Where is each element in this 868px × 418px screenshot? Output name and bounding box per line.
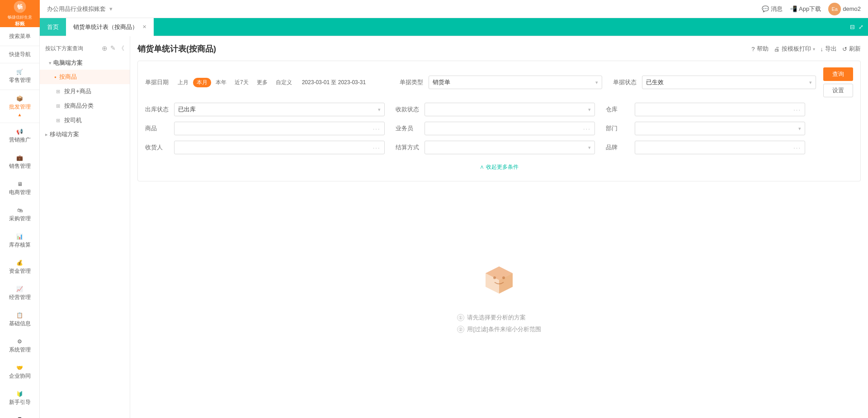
- expand-icon[interactable]: ⤢: [859, 24, 863, 30]
- settlement-chevron: ▾: [588, 145, 591, 151]
- sidebar-item-finance[interactable]: 💰 资金管理: [0, 254, 39, 280]
- filter-item-by-month-goods[interactable]: ⊞ 按月+商品: [40, 84, 130, 99]
- search-menu[interactable]: 搜索菜单: [0, 27, 39, 46]
- mobile-section-arrow: ▸: [45, 132, 48, 138]
- minimize-icon[interactable]: ⊟: [850, 24, 855, 30]
- sidebar-item-system[interactable]: ⚙ 系统管理: [0, 333, 39, 359]
- date-tab-custom[interactable]: 自定义: [272, 78, 296, 87]
- filter-panel-title: 按以下方案查询: [45, 45, 83, 52]
- app-download-button[interactable]: 📲 App下载: [790, 5, 821, 13]
- export-icon: ↓: [821, 46, 824, 52]
- field-goods: 商品 ···: [145, 122, 385, 135]
- goods-input[interactable]: ···: [174, 122, 385, 135]
- department-select[interactable]: ▾: [635, 122, 805, 135]
- warehouse-dots: ···: [793, 106, 801, 113]
- home-tab-label: 首页: [47, 23, 59, 31]
- page-breadcrumb: 办公用品行业模拟账套: [47, 5, 106, 13]
- date-tab-more[interactable]: 更多: [253, 78, 271, 87]
- svg-text:畅: 畅: [17, 4, 23, 10]
- tab-bar: 首页 销货单统计表（按商品） ✕ ⊟ ⤢: [40, 18, 868, 36]
- sidebar-item-marketing[interactable]: 📢 营销推广: [0, 123, 39, 149]
- warehouse-label: 仓库: [606, 105, 635, 114]
- sidebar-item-apps[interactable]: 📱 应用中心: [0, 412, 39, 418]
- edit-scheme-icon[interactable]: ✎: [110, 44, 116, 52]
- date-field-content: 上月 本月 本年 近7天 更多 自定义 2023-03-01 至 2023-03…: [174, 78, 389, 87]
- filter-item-by-goods[interactable]: ● 按商品: [40, 70, 130, 84]
- header-left: 办公用品行业模拟账套 ▾: [47, 5, 113, 13]
- purchase-icon: 🛍: [17, 207, 23, 214]
- sidebar-item-retail[interactable]: 🛒 零售管理: [0, 63, 39, 90]
- date-value: 2023-03-01 至 2023-03-31: [302, 79, 366, 86]
- svg-point-6: [502, 276, 505, 279]
- guide-icon: 🔰: [16, 391, 23, 397]
- payment-status-label: 收款状态: [396, 105, 425, 114]
- tip-1-text: 请先选择要分析的方案: [467, 312, 526, 323]
- sidebar-item-inventory[interactable]: 📊 库存核算: [0, 228, 39, 254]
- message-button[interactable]: 💬 消息: [762, 5, 783, 13]
- brand-input[interactable]: ···: [635, 141, 805, 154]
- field-salesperson: 业务员 ···: [396, 122, 595, 135]
- desktop-section-title[interactable]: ▾ 电脑端方案: [40, 56, 130, 70]
- filter-panel-header: 按以下方案查询 ⊕ ✎ 《: [40, 41, 130, 56]
- print-button[interactable]: 🖨 按模板打印 ▾: [774, 45, 815, 53]
- sidebar-item-purchase[interactable]: 🛍 采购管理: [0, 202, 39, 228]
- sidebar-item-sales[interactable]: 💼 销售管理: [0, 149, 39, 176]
- date-tab-last-month[interactable]: 上月: [174, 78, 192, 87]
- doc-status-select[interactable]: 已生效 ▾: [642, 76, 816, 89]
- sidebar-item-ecommerce[interactable]: 🖥 电商管理: [0, 176, 39, 202]
- query-form: 单据日期 上月 本月 本年 近7天 更多 自定义 2023-03-01 至 20…: [137, 61, 861, 181]
- export-button[interactable]: ↓ 导出: [821, 45, 837, 53]
- tab-sales-stat[interactable]: 销货单统计表（按商品） ✕: [66, 18, 154, 36]
- system-icon: ⚙: [17, 338, 22, 345]
- user-name: demo2: [843, 5, 861, 12]
- doc-type-label: 单据类型: [400, 78, 429, 86]
- tab-bar-actions: ⊟ ⤢: [845, 24, 868, 30]
- grid-icon-1: ⊞: [54, 88, 61, 95]
- filter-item-by-category[interactable]: ⊞ 按商品分类: [40, 99, 130, 113]
- mobile-scheme-section[interactable]: ▸ 移动端方案: [40, 128, 130, 141]
- collapse-panel-icon[interactable]: 《: [118, 44, 124, 52]
- sidebar-item-enterprise[interactable]: 🤝 企业协同: [0, 359, 39, 385]
- sidebar-item-operations[interactable]: 📈 经营管理: [0, 280, 39, 307]
- basic-icon: 📋: [16, 312, 23, 318]
- empty-state: ① 请先选择要分析的方案 ② 用[过滤]条件来缩小分析范围: [137, 181, 861, 411]
- tab-home[interactable]: 首页: [40, 18, 66, 36]
- doc-type-select[interactable]: 销货单 ▾: [429, 76, 603, 89]
- sidebar-item-basic[interactable]: 📋 基础信息: [0, 307, 39, 333]
- date-tab-this-year[interactable]: 本年: [212, 78, 230, 87]
- date-tabs: 上月 本月 本年 近7天 更多 自定义: [174, 78, 296, 87]
- payment-status-select[interactable]: ▾: [425, 103, 595, 116]
- query-area: 销货单统计表(按商品) ? 帮助 🖨 按模板打印 ▾ ↓ 导出: [130, 36, 868, 418]
- logo-icon: 畅: [12, 0, 28, 14]
- sales-stat-tab-label: 销货单统计表（按商品）: [73, 23, 138, 31]
- date-tab-7days[interactable]: 近7天: [231, 78, 252, 87]
- receiver-input[interactable]: ···: [174, 141, 385, 154]
- refresh-button[interactable]: ↺ 刷新: [842, 45, 861, 53]
- tab-close-button[interactable]: ✕: [142, 24, 146, 30]
- filter-item-by-printer[interactable]: ⊞ 按司机: [40, 113, 130, 128]
- date-tab-this-month[interactable]: 本月: [193, 78, 211, 87]
- user-avatar[interactable]: Ea demo2: [828, 3, 861, 15]
- query-button[interactable]: 查询: [823, 67, 853, 81]
- refresh-icon: ↺: [842, 46, 847, 52]
- title-actions: ? 帮助 🖨 按模板打印 ▾ ↓ 导出 ↺ 刷新: [751, 45, 861, 53]
- quick-nav[interactable]: 快捷导航: [0, 46, 39, 63]
- breadcrumb-dropdown-icon[interactable]: ▾: [109, 5, 113, 12]
- sidebar-item-guide[interactable]: 🔰 新手引导: [0, 385, 39, 412]
- help-button[interactable]: ? 帮助: [751, 45, 768, 53]
- salesperson-input[interactable]: ···: [425, 122, 595, 135]
- warehouse-input[interactable]: ···: [635, 103, 805, 116]
- grid-icon-3: ⊞: [54, 117, 61, 124]
- field-doc-status: 单据状态 已生效 ▾: [613, 76, 816, 89]
- download-icon: 📲: [790, 5, 797, 12]
- collapse-conditions-button[interactable]: ∧ 收起更多条件: [145, 160, 853, 175]
- app-logo: 畅 畅捷信好生意 标账: [0, 0, 40, 27]
- sidebar-item-wholesale[interactable]: 📦 批发管理 ▲: [0, 90, 39, 123]
- print-icon: 🖨: [774, 46, 780, 52]
- settings-button[interactable]: 设置: [823, 84, 853, 97]
- add-scheme-icon[interactable]: ⊕: [102, 44, 108, 52]
- form-row-1: 单据日期 上月 本月 本年 近7天 更多 自定义 2023-03-01 至 20…: [145, 67, 853, 97]
- settlement-select[interactable]: ▾: [425, 141, 595, 154]
- stockout-select[interactable]: 已出库 ▾: [174, 103, 385, 116]
- svg-point-5: [493, 276, 496, 279]
